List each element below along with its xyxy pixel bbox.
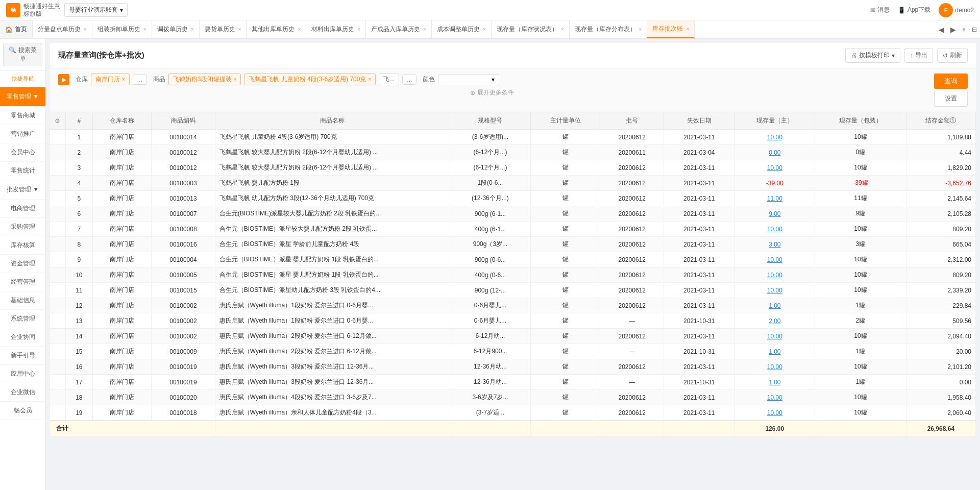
app-download-button[interactable]: 📱 App下载 xyxy=(898,6,930,14)
cell-qty-main[interactable]: 0.00 xyxy=(734,145,815,160)
cell-qty-main[interactable]: 1.00 xyxy=(734,344,815,359)
cell-qty-main[interactable]: 9.00 xyxy=(734,206,815,222)
cell-qty-main[interactable]: 10.00 xyxy=(734,267,815,283)
close-icon[interactable]: × xyxy=(143,27,146,32)
user-avatar[interactable]: E demo2 xyxy=(939,3,974,17)
tab-9[interactable]: 现存量（库存状况表） × xyxy=(492,20,570,38)
sidebar-item-retail-shop[interactable]: 零售商城 xyxy=(0,107,45,125)
close-icon[interactable]: × xyxy=(686,26,689,32)
quick-nav-button[interactable]: 快捷导航 xyxy=(0,71,45,87)
cell-qty-main[interactable]: 10.00 xyxy=(734,252,815,267)
sidebar-item-system[interactable]: 系统管理 xyxy=(0,310,45,328)
sidebar-item-finance[interactable]: 资金管理 xyxy=(0,255,45,273)
tab-8[interactable]: 成本调整单历史 × xyxy=(432,20,492,38)
sidebar-item-basic-info[interactable]: 基础信息 xyxy=(0,291,45,310)
cell-qty-main[interactable]: 10.00 xyxy=(734,130,815,145)
cell-qty-main[interactable]: 1.00 xyxy=(734,375,815,390)
close-icon[interactable]: × xyxy=(561,27,564,32)
product-tag-2[interactable]: 飞鹤星飞帆 儿童奶粉 4段(3-6岁适用) 700克 × xyxy=(244,74,376,85)
close-icon[interactable]: × xyxy=(423,27,426,32)
close-icon[interactable]: × xyxy=(639,27,642,32)
cell-qty-main[interactable]: 3.00 xyxy=(734,237,815,252)
sidebar-item-member[interactable]: 畅会员 xyxy=(0,402,45,420)
remove-tag-icon[interactable]: × xyxy=(122,77,125,82)
warehouse-more-button[interactable]: ... xyxy=(133,75,147,85)
tab-2[interactable]: 组装拆卸单历史 × xyxy=(92,20,152,38)
tab-11-active[interactable]: 库存批次账 × xyxy=(647,20,695,38)
cell-setting xyxy=(50,405,65,421)
sidebar-item-collab[interactable]: 企业协同 xyxy=(0,328,45,347)
cell-qty-main[interactable]: 10.00 xyxy=(734,222,815,237)
close-icon[interactable]: × xyxy=(357,27,360,32)
sidebar-item-retail-stats[interactable]: 零售统计 xyxy=(0,162,45,180)
close-icon[interactable]: × xyxy=(238,27,241,32)
cell-unit: 罐 xyxy=(531,222,600,237)
cell-qty-main[interactable]: 10.00 xyxy=(734,283,815,298)
sidebar-item-marketing[interactable]: 营销推广 xyxy=(0,125,45,143)
table-row: 5 南岸门店 00100013 飞鹤星飞帆 幼儿配方奶粉 3段(12-36个月幼… xyxy=(50,191,976,206)
close-icon[interactable]: × xyxy=(298,27,301,32)
search-button[interactable]: 查询 xyxy=(934,74,968,89)
sidebar-item-wechat[interactable]: 企业微信 xyxy=(0,383,45,402)
sidebar-item-inventory[interactable]: 库存核算 xyxy=(0,236,45,255)
tab-4[interactable]: 要货单历史 × xyxy=(200,20,247,38)
tab-home[interactable]: 🏠 首页 xyxy=(0,20,33,38)
nav-next-button[interactable]: ▶ xyxy=(947,26,959,34)
color-dropdown[interactable]: ▾ xyxy=(438,74,499,85)
remove-tag-icon[interactable]: × xyxy=(368,77,371,82)
cell-qty-main[interactable]: -39.00 xyxy=(734,176,815,191)
close-icon[interactable]: × xyxy=(191,27,194,32)
cell-balance: 20.00 xyxy=(906,344,975,359)
cell-setting xyxy=(50,390,65,405)
sidebar-item-guide[interactable]: 新手引导 xyxy=(0,347,45,365)
filter-area: ▶ 仓库 南岸门店 × ... 商品 xyxy=(50,68,976,112)
sidebar-item-purchase[interactable]: 采购管理 xyxy=(0,218,45,236)
product-tag-1[interactable]: 飞鹤奶粉3段闭罐提装 × xyxy=(168,74,241,85)
refresh-button[interactable]: ↺ 刷新 xyxy=(937,48,968,63)
settings-icon[interactable]: ⚙ xyxy=(55,117,60,125)
cell-unit: 罐 xyxy=(531,267,600,283)
tab-3[interactable]: 调拨单历史 × xyxy=(152,20,200,38)
cell-qty-main[interactable]: 10.00 xyxy=(734,359,815,375)
tab-1[interactable]: 分量盘点单历史 × xyxy=(33,20,92,38)
tab-5[interactable]: 其他出库单历史 × xyxy=(247,20,306,38)
col-expire: 失效日期 xyxy=(664,112,734,130)
warehouse-tag[interactable]: 南岸门店 × xyxy=(91,74,130,85)
filter-expand-arrow[interactable]: ▶ xyxy=(58,74,69,85)
setting-button[interactable]: 设置 xyxy=(934,91,968,107)
nav-menu-button[interactable]: ⊟ xyxy=(969,26,980,33)
cell-qty-main[interactable]: 10.00 xyxy=(734,160,815,176)
nav-close-button[interactable]: × xyxy=(959,26,969,33)
product-more-button[interactable]: ... xyxy=(402,75,416,85)
tab-10[interactable]: 现存量（库存分布表） × xyxy=(570,20,648,38)
cell-warehouse: 南岸门店 xyxy=(93,222,152,237)
sidebar-item-ecommerce[interactable]: 电商管理 xyxy=(0,200,45,218)
cell-balance: 2,105.28 xyxy=(906,206,975,222)
sidebar-item-wholesale-mgmt[interactable]: 批发管理 ▼ xyxy=(0,180,45,200)
cell-qty-main[interactable]: 10.00 xyxy=(734,390,815,405)
cell-spec: (12-36个月...) xyxy=(450,191,531,206)
cell-qty-main[interactable]: 10.00 xyxy=(734,329,815,344)
cell-qty-main[interactable]: 1.00 xyxy=(734,298,815,313)
sidebar-item-member-center[interactable]: 会员中心 xyxy=(0,143,45,162)
cell-qty-main[interactable]: 11.00 xyxy=(734,191,815,206)
remove-tag-icon[interactable]: × xyxy=(234,77,237,82)
cell-spec: 3-6岁及7岁... xyxy=(450,390,531,405)
sidebar-item-apps[interactable]: 应用中心 xyxy=(0,365,45,383)
sidebar-item-operations[interactable]: 经营管理 xyxy=(0,273,45,291)
tab-6[interactable]: 材料出库单历史 × xyxy=(306,20,366,38)
sidebar-item-retail-mgmt[interactable]: 零售管理 ▼ xyxy=(0,87,45,107)
close-icon[interactable]: × xyxy=(483,27,486,32)
nav-prev-button[interactable]: ◀ xyxy=(936,26,947,34)
account-selector[interactable]: 母婴行业演示账套 ▾ xyxy=(64,3,128,17)
tab-7[interactable]: 产成品入库单历史 × xyxy=(366,20,432,38)
search-menu-button[interactable]: 🔍 搜索菜单 xyxy=(3,43,42,66)
print-button[interactable]: 🖨 按模板打印 ▾ xyxy=(845,48,900,63)
message-button[interactable]: ✉ 消息 xyxy=(870,6,890,14)
close-icon[interactable]: × xyxy=(84,27,87,32)
cell-qty-main[interactable]: 2.00 xyxy=(734,313,815,329)
cell-qty-main[interactable]: 10.00 xyxy=(734,405,815,421)
expand-button[interactable]: ⊕ 展开更多条件 xyxy=(470,88,514,97)
cell-no: 6 xyxy=(65,206,93,222)
export-button[interactable]: ↑ 导出 xyxy=(904,48,933,63)
